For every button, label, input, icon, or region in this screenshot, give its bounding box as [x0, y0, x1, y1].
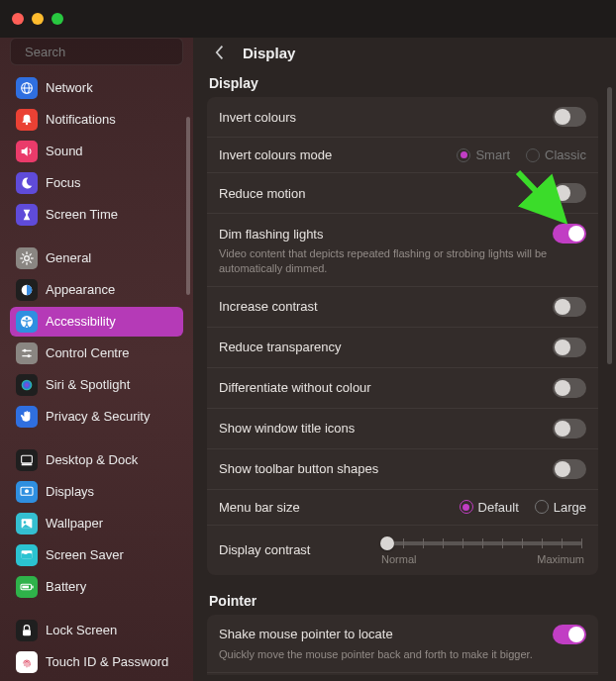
slider-display-contrast[interactable]: Normal Maximum — [379, 535, 586, 565]
sidebar-item-label: Siri & Spotlight — [46, 378, 130, 392]
sidebar-item-control-centre[interactable]: Control Centre — [10, 339, 183, 368]
svg-point-21 — [28, 354, 31, 357]
accessibility-icon — [16, 311, 38, 333]
toggle-reduce-transparency[interactable] — [553, 338, 586, 357]
desc-shake-pointer: Quickly move the mouse pointer back and … — [219, 647, 556, 662]
toggle-shake-pointer[interactable] — [553, 625, 586, 644]
sidebar-item-label: Screen Saver — [46, 548, 124, 562]
svg-point-28 — [24, 521, 27, 524]
toggle-invert-colours[interactable] — [553, 107, 586, 127]
toggle-increase-contrast[interactable] — [553, 297, 586, 317]
svg-line-12 — [30, 261, 32, 263]
chevron-left-icon — [214, 45, 226, 60]
content-pane: Display Display Invert colours Invert co… — [193, 38, 616, 681]
svg-point-17 — [26, 317, 28, 319]
label-increase-contrast: Increase contrast — [219, 299, 318, 314]
radio-invert-smart[interactable]: Smart — [457, 147, 510, 162]
display-icon — [16, 481, 38, 503]
svg-line-13 — [22, 261, 24, 263]
window-traffic-lights — [12, 13, 63, 25]
slider-min-display-contrast: Normal — [381, 553, 416, 565]
svg-point-20 — [24, 349, 27, 352]
label-shake-pointer: Shake mouse pointer to locate — [219, 627, 393, 641]
sidebar-item-siri-spotlight[interactable]: Siri & Spotlight — [10, 370, 183, 400]
sidebar-item-label: Screen Time — [46, 208, 118, 222]
sidebar-item-focus[interactable]: Focus — [10, 168, 183, 198]
label-reduce-transparency: Reduce transparency — [219, 340, 342, 354]
sidebar-item-sound[interactable]: Sound — [10, 137, 183, 166]
toggle-dim-flashing[interactable] — [553, 224, 586, 243]
sidebar: NetworkNotificationsSoundFocusScreen Tim… — [0, 38, 193, 681]
dock-icon — [16, 449, 38, 471]
svg-rect-24 — [22, 463, 33, 465]
sidebar-item-label: Accessibility — [46, 315, 116, 329]
desc-dim-flashing: Video content that depicts repeated flas… — [219, 246, 556, 276]
svg-rect-31 — [32, 586, 33, 589]
sidebar-item-general[interactable]: General — [10, 243, 183, 273]
sidebar-item-notifications[interactable]: Notifications — [10, 105, 183, 135]
sidebar-scrollbar[interactable] — [186, 117, 190, 295]
sidebar-item-accessibility[interactable]: Accessibility — [10, 307, 183, 337]
svg-rect-32 — [22, 586, 29, 589]
content-scrollbar[interactable] — [607, 87, 612, 364]
sidebar-item-appearance[interactable]: Appearance — [10, 275, 183, 305]
sidebar-item-desktop-dock[interactable]: Desktop & Dock — [10, 445, 183, 475]
fingerprint-icon — [16, 651, 38, 673]
gear-icon — [16, 247, 38, 269]
sidebar-item-battery[interactable]: Battery — [10, 572, 183, 602]
label-diff-colour: Differentiate without colour — [219, 380, 371, 395]
label-menubar-size: Menu bar size — [219, 500, 300, 515]
radio-group-menubar-size: Default Large — [460, 500, 586, 515]
radio-menubar-large[interactable]: Large — [535, 500, 586, 515]
hand-icon — [16, 406, 38, 428]
window-minimize-button[interactable] — [32, 13, 44, 25]
svg-point-26 — [25, 489, 29, 493]
globe-icon — [16, 77, 38, 99]
toggle-diff-colour[interactable] — [553, 378, 586, 398]
radio-group-invert-mode: Smart Classic — [457, 147, 586, 162]
sidebar-item-label: Control Centre — [46, 346, 130, 360]
panel-pointer: Shake mouse pointer to locate Quickly mo… — [207, 615, 598, 675]
lock-icon — [16, 620, 38, 641]
sidebar-item-screen-saver[interactable]: Screen Saver — [10, 540, 183, 570]
sidebar-item-label: Touch ID & Password — [46, 655, 168, 669]
panel-display: Invert colours Invert colours mode Smart… — [207, 97, 598, 575]
wallpaper-icon — [16, 513, 38, 535]
label-toolbar-shapes: Show toolbar button shapes — [219, 461, 378, 476]
toggle-toolbar-shapes[interactable] — [553, 459, 586, 479]
svg-rect-23 — [22, 455, 33, 462]
sidebar-item-label: Displays — [46, 485, 94, 499]
sidebar-item-screen-time[interactable]: Screen Time — [10, 200, 183, 230]
search-input[interactable] — [25, 45, 191, 59]
label-dim-flashing: Dim flashing lights — [219, 227, 324, 242]
window-zoom-button[interactable] — [51, 13, 63, 25]
toggle-reduce-motion[interactable] — [553, 183, 586, 203]
sidebar-item-label: Battery — [46, 580, 86, 594]
sidebar-item-displays[interactable]: Displays — [10, 477, 183, 507]
toggle-title-icons[interactable] — [553, 419, 586, 438]
slider-knob-display-contrast[interactable] — [380, 536, 394, 550]
search-field[interactable] — [10, 38, 183, 65]
sidebar-item-wallpaper[interactable]: Wallpaper — [10, 509, 183, 538]
screensaver-icon — [16, 544, 38, 566]
svg-point-5 — [26, 123, 28, 125]
sidebar-item-network[interactable]: Network — [10, 73, 183, 103]
sidebar-item-privacy-security[interactable]: Privacy & Security — [10, 402, 183, 432]
window-close-button[interactable] — [12, 13, 24, 25]
speaker-icon — [16, 141, 38, 162]
svg-line-11 — [22, 253, 24, 255]
sidebar-item-label: Privacy & Security — [46, 410, 150, 424]
sidebar-item-lock-screen[interactable]: Lock Screen — [10, 616, 183, 645]
section-header-pointer: Pointer — [209, 593, 598, 609]
radio-invert-classic[interactable]: Classic — [526, 147, 586, 162]
sidebar-item-label: Focus — [46, 176, 80, 190]
label-title-icons: Show window title icons — [219, 421, 355, 436]
sidebar-item-touch-id-password[interactable]: Touch ID & Password — [10, 647, 183, 677]
radio-menubar-default[interactable]: Default — [460, 500, 519, 515]
back-button[interactable] — [211, 44, 229, 61]
page-title: Display — [243, 45, 295, 61]
label-display-contrast: Display contrast — [219, 542, 367, 557]
sidebar-item-label: Appearance — [46, 283, 115, 297]
sliders-icon — [16, 342, 38, 364]
window-titlebar — [0, 0, 616, 38]
